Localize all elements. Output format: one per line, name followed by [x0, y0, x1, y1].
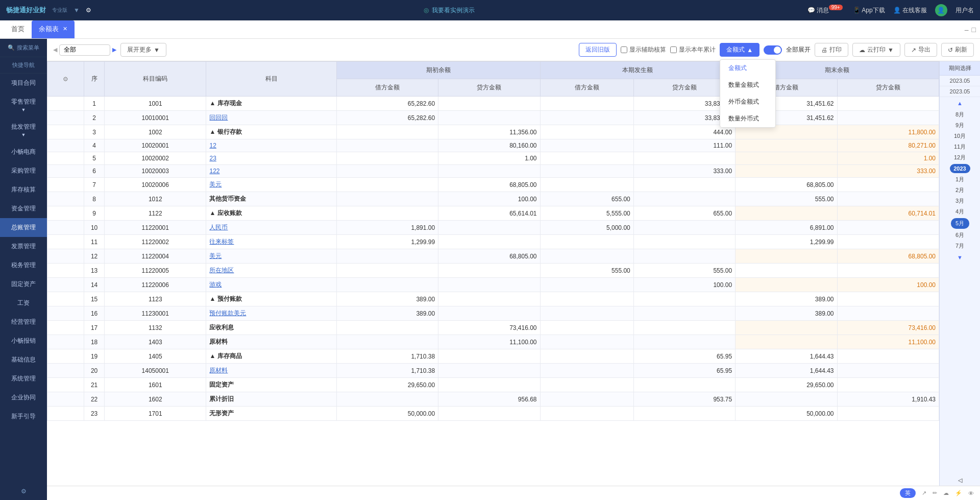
row-subject-cell[interactable]: 23 [206, 152, 336, 165]
sidebar-item-salary[interactable]: 工资 [0, 294, 47, 313]
subject-cell-link[interactable]: 原材料 [209, 367, 228, 374]
dropdown-item-qty-amount[interactable]: 数量金额式 [720, 77, 775, 93]
right-panel-nav-up[interactable]: ▲ [940, 97, 980, 109]
refresh-btn[interactable]: ↺ 刷新 [941, 43, 974, 57]
message-btn[interactable]: 💬 消息 99+ [807, 6, 845, 15]
tab-balance-close[interactable]: ✕ [63, 26, 67, 32]
status-icon-5[interactable]: 👁 [968, 490, 974, 496]
right-panel-month-5[interactable]: 5月 [951, 218, 969, 229]
show-assist-checkbox[interactable] [621, 46, 627, 53]
row-subject-cell[interactable]: 美元 [206, 249, 336, 264]
sidebar-item-tax[interactable]: 税务管理 [0, 256, 47, 275]
subject-cell-link[interactable]: 回回回 [209, 114, 228, 121]
service-btn[interactable]: 👤 在线客服 [893, 6, 927, 15]
status-icon-4[interactable]: ⚡ [955, 490, 962, 496]
row-subject-cell[interactable]: 12 [206, 139, 336, 152]
right-panel-month-11[interactable]: 11月 [940, 141, 980, 152]
print-btn[interactable]: 🖨 打印 [815, 43, 848, 57]
status-icon-3[interactable]: ☁ [943, 490, 949, 496]
right-panel-month-10[interactable]: 10月 [940, 131, 980, 141]
row-subject-cell[interactable]: 预付账款美元 [206, 306, 336, 321]
subject-cell-link[interactable]: 预付账款美元 [209, 309, 246, 317]
subject-cell-link[interactable]: 23 [209, 155, 216, 162]
show-annual-checkbox-wrapper[interactable]: 显示本年累计 [670, 45, 716, 54]
row-subject-cell[interactable]: 所在地区 [206, 264, 336, 278]
tab-maximize-btn[interactable]: □ [972, 26, 976, 34]
row-subject-cell[interactable]: 122 [206, 165, 336, 178]
filter-forward-btn[interactable]: ▶ [112, 46, 116, 53]
right-panel-month-3[interactable]: 3月 [940, 196, 980, 206]
subject-cell-link[interactable]: 往来标签 [209, 238, 234, 245]
sidebar-settings-btn[interactable]: ⚙ [0, 483, 47, 500]
status-icon-2[interactable]: ✏ [933, 490, 937, 496]
version-selector[interactable]: ▼ [74, 7, 80, 14]
amount-type-btn[interactable]: 金额式 ▲ [720, 43, 760, 57]
col-settings-header[interactable]: ⚙ [47, 62, 84, 97]
right-panel-month-9[interactable]: 9月 [940, 120, 980, 131]
cloud-print-btn[interactable]: ☁ 云打印 ▼ [852, 43, 900, 57]
return-old-btn[interactable]: 返回旧版 [579, 43, 617, 57]
dropdown-item-amount[interactable]: 金额式 [720, 60, 775, 77]
show-annual-checkbox[interactable] [670, 46, 677, 53]
right-panel-month-6[interactable]: 6月 [940, 230, 980, 241]
tab-balance[interactable]: 余额表 ✕ [32, 20, 75, 38]
right-panel-month-1[interactable]: 1月 [940, 174, 980, 185]
table-wrapper[interactable]: ⚙ 序 科目编码 科目 期初余额 本期发生额 期末余额 借方金额 贷方金额 借方… [47, 61, 939, 486]
right-panel-month-4[interactable]: 4月 [940, 206, 980, 217]
sidebar-item-invoice[interactable]: 发票管理 [0, 237, 47, 256]
sidebar-quick-nav[interactable]: 快捷导航 [0, 57, 47, 74]
expand-more-btn[interactable]: 展开更多 ▼ [120, 43, 166, 57]
subject-cell-link[interactable]: 美元 [209, 252, 222, 259]
sidebar-item-base-info[interactable]: 基础信息 [0, 350, 47, 369]
tab-minimize-btn[interactable]: – [965, 26, 969, 34]
dropdown-item-qty-foreign[interactable]: 数量外币式 [720, 110, 775, 127]
expand-all-toggle[interactable] [764, 45, 782, 55]
demo-text[interactable]: 我要看实例演示 [432, 6, 475, 15]
sidebar-item-system[interactable]: 系统管理 [0, 369, 47, 388]
subject-cell-link[interactable]: 所在地区 [209, 267, 234, 274]
sidebar-item-ledger[interactable]: 总账管理 [0, 218, 47, 237]
export-btn[interactable]: ↗ 导出 [904, 43, 937, 57]
subject-cell-link[interactable]: 美元 [209, 181, 222, 188]
user-avatar[interactable]: 👤 [935, 4, 947, 16]
subject-cell-link[interactable]: 12 [209, 142, 216, 149]
sidebar-search[interactable]: 🔍 搜索菜单 [0, 39, 47, 57]
row-subject-cell[interactable]: 游戏 [206, 278, 336, 292]
sidebar-item-inventory[interactable]: 库存核算 [0, 180, 47, 199]
dropdown-item-foreign-amount[interactable]: 外币金额式 [720, 93, 775, 110]
right-panel-month-8[interactable]: 8月 [940, 109, 980, 120]
tab-home[interactable]: 首页 [4, 20, 32, 38]
status-lang-btn[interactable]: 英 [900, 488, 916, 498]
sidebar-item-guide[interactable]: 新手引导 [0, 407, 47, 426]
row-subject-cell[interactable]: 回回回 [206, 111, 336, 125]
right-panel-nav-down[interactable]: ▼ [940, 251, 980, 264]
filter-input[interactable] [59, 44, 110, 56]
subject-cell-link[interactable]: 人民币 [209, 224, 228, 231]
row-subject-cell[interactable]: 人民币 [206, 221, 336, 235]
right-panel-year-2[interactable]: 2023.05 [940, 86, 980, 97]
sidebar-item-purchase[interactable]: 采购管理 [0, 161, 47, 180]
row-subject-cell[interactable]: 往来标签 [206, 235, 336, 249]
sidebar-item-assets[interactable]: 固定资产 [0, 275, 47, 294]
row-subject-cell[interactable]: 美元 [206, 178, 336, 192]
table-settings-icon[interactable]: ⚙ [63, 76, 68, 83]
right-panel-year-1[interactable]: 2023.05 [940, 76, 980, 86]
status-icon-1[interactable]: ↗ [922, 490, 926, 496]
show-assist-checkbox-wrapper[interactable]: 显示辅助核算 [621, 45, 666, 54]
row-subject-cell[interactable]: 原材料 [206, 364, 336, 378]
sidebar-item-wholesale[interactable]: 批发管理 ▼ [0, 117, 47, 142]
sidebar-item-ecommerce[interactable]: 小畅电商 [0, 142, 47, 161]
sidebar-item-finance[interactable]: 资金管理 [0, 199, 47, 218]
settings-top-icon[interactable]: ⚙ [86, 7, 91, 14]
subject-cell-link[interactable]: 游戏 [209, 281, 222, 288]
right-panel-collapse[interactable]: ◁ [940, 475, 980, 486]
right-panel-month-12[interactable]: 12月 [940, 152, 980, 163]
right-panel-month-2[interactable]: 2月 [940, 185, 980, 196]
sidebar-item-expense[interactable]: 小畅报销 [0, 331, 47, 350]
sidebar-item-project[interactable]: 项目合同 [0, 74, 47, 92]
subject-cell-link[interactable]: 122 [209, 168, 219, 175]
sidebar-item-collab[interactable]: 企业协同 [0, 388, 47, 407]
download-btn[interactable]: 📱 App下载 [853, 6, 885, 15]
sidebar-item-retail[interactable]: 零售管理 ▼ [0, 92, 47, 117]
sidebar-item-operations[interactable]: 经营管理 [0, 313, 47, 331]
